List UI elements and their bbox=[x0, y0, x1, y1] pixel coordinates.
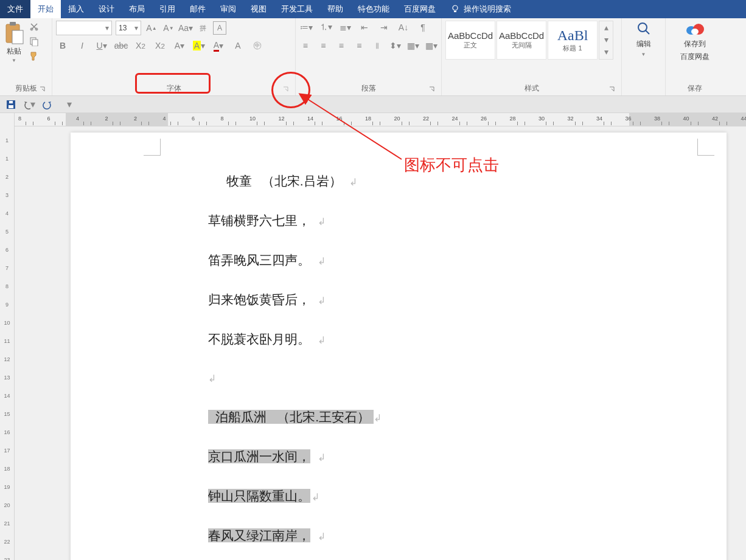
horizontal-ruler: 8642246810121416182022242628303234363840… bbox=[15, 113, 746, 126]
char-shading-button[interactable]: A bbox=[231, 39, 245, 52]
styles-scroll-down[interactable]: ▾ bbox=[599, 33, 613, 46]
menu-special[interactable]: 特色功能 bbox=[350, 0, 397, 18]
svg-point-8 bbox=[638, 23, 647, 32]
format-painter-button[interactable] bbox=[28, 50, 40, 62]
italic-button[interactable]: I bbox=[75, 39, 89, 52]
enclose-char-button[interactable]: ㊥ bbox=[251, 39, 264, 52]
paste-button[interactable]: 粘贴 ▼ bbox=[4, 21, 24, 63]
style-no-spacing[interactable]: AaBbCcDd无间隔 bbox=[497, 21, 546, 60]
menu-dev[interactable]: 开发工具 bbox=[274, 0, 320, 18]
font-size-combo[interactable]: 13▾ bbox=[116, 21, 141, 35]
search-icon bbox=[636, 21, 652, 36]
align-right-button[interactable]: ≡ bbox=[335, 39, 347, 52]
ribbon: 粘贴 ▼ 剪贴板 ▾ 13▾ A▲ A▼ Aa▾ 拼 A bbox=[0, 18, 746, 96]
menu-references[interactable]: 引用 bbox=[152, 0, 183, 18]
annotation-rect bbox=[135, 73, 211, 94]
qat-customize-button[interactable]: ▾ bbox=[63, 99, 75, 111]
numbering-button[interactable]: ⒈▾ bbox=[319, 21, 332, 34]
show-marks-button[interactable]: ¶ bbox=[416, 21, 430, 34]
svg-rect-14 bbox=[9, 101, 13, 103]
cut-button[interactable] bbox=[28, 21, 40, 33]
borders-button[interactable]: ▦▾ bbox=[425, 39, 437, 52]
svg-rect-2 bbox=[10, 22, 16, 26]
line-spacing-button[interactable]: ⬍▾ bbox=[389, 39, 402, 52]
phonetic-guide-button[interactable]: 拼 bbox=[196, 21, 209, 35]
svg-point-11 bbox=[691, 29, 699, 35]
baidu-cloud-icon bbox=[685, 21, 705, 36]
bold-button[interactable]: B bbox=[56, 39, 69, 52]
poem1-line4: 不脱蓑衣卧月明。↲ bbox=[208, 327, 589, 352]
distribute-button[interactable]: ⫴ bbox=[371, 39, 383, 52]
inc-indent-button[interactable]: ⇥ bbox=[377, 21, 391, 34]
menu-mail[interactable]: 邮件 bbox=[183, 0, 213, 18]
vertical-ruler: 11234567891011121314151617181920212223 bbox=[0, 113, 15, 560]
shading-button[interactable]: ▦▾ bbox=[407, 39, 419, 52]
find-button[interactable]: 编辑▼ bbox=[626, 21, 661, 57]
char-border-button[interactable]: A bbox=[213, 21, 226, 35]
group-edit: 编辑▼ bbox=[622, 18, 666, 95]
qat-save-button[interactable] bbox=[5, 99, 17, 111]
shrink-font-button[interactable]: A▼ bbox=[162, 21, 175, 35]
menu-layout[interactable]: 布局 bbox=[122, 0, 152, 18]
undo-icon bbox=[23, 100, 30, 109]
style-heading1[interactable]: AaBl标题 1 bbox=[548, 21, 598, 60]
menu-baidu[interactable]: 百度网盘 bbox=[397, 0, 443, 18]
copy-icon bbox=[29, 36, 39, 46]
underline-button[interactable]: U▾ bbox=[95, 39, 108, 52]
qat-undo-button[interactable]: ▾ bbox=[23, 99, 35, 111]
styles-launcher[interactable] bbox=[608, 85, 616, 94]
superscript-button[interactable]: X2 bbox=[153, 39, 167, 52]
menu-view[interactable]: 视图 bbox=[243, 0, 274, 18]
grow-font-button[interactable]: A▲ bbox=[145, 21, 158, 35]
paste-label: 粘贴 bbox=[7, 46, 21, 57]
bullets-button[interactable]: ≔▾ bbox=[299, 21, 313, 34]
poem1-line2: 笛弄晚风三四声。↲ bbox=[208, 248, 589, 273]
text-effects-button[interactable]: A▾ bbox=[173, 39, 186, 52]
quick-access-toolbar: ▾ ▾ bbox=[0, 96, 746, 113]
align-left-button[interactable]: ≡ bbox=[299, 39, 312, 52]
highlight-button[interactable]: A▾ bbox=[192, 39, 206, 52]
copy-button[interactable] bbox=[28, 35, 40, 47]
poem1-title: 牧童 （北宋.吕岩）↲ bbox=[208, 169, 589, 194]
menu-review[interactable]: 审阅 bbox=[213, 0, 243, 18]
menu-file[interactable]: 文件 bbox=[0, 0, 30, 18]
page[interactable]: 牧童 （北宋.吕岩）↲ 草铺横野六七里，↲ 笛弄晚风三四声。↲ 归来饱饭黄昏后，… bbox=[71, 133, 727, 560]
brush-icon bbox=[29, 51, 39, 61]
subscript-button[interactable]: X2 bbox=[134, 39, 147, 52]
document-area: 8642246810121416182022242628303234363840… bbox=[15, 113, 746, 560]
svg-rect-13 bbox=[9, 105, 13, 108]
sort-button[interactable]: A↓ bbox=[397, 21, 410, 34]
justify-button[interactable]: ≡ bbox=[354, 39, 366, 52]
font-color-button[interactable]: A▾ bbox=[212, 39, 225, 52]
svg-rect-3 bbox=[12, 30, 23, 44]
paragraph-launcher[interactable] bbox=[428, 85, 436, 94]
dec-indent-button[interactable]: ⇤ bbox=[358, 21, 371, 34]
menu-design[interactable]: 设计 bbox=[91, 0, 122, 18]
strikethrough-button[interactable]: abc bbox=[114, 39, 128, 52]
styles-expand[interactable]: ▾ bbox=[599, 46, 613, 58]
empty-line: ↲ bbox=[208, 366, 589, 390]
styles-group-label: 样式 bbox=[445, 81, 618, 95]
edit-group-label bbox=[626, 92, 661, 95]
poem1-line3: 归来饱饭黄昏后，↲ bbox=[208, 288, 589, 313]
svg-point-0 bbox=[453, 5, 458, 10]
styles-scroll-up[interactable]: ▴ bbox=[599, 21, 613, 33]
group-styles: AaBbCcDd正文 AaBbCcDd无间隔 AaBl标题 1 ▴ ▾ ▾ 样式 bbox=[442, 18, 622, 95]
annotation-circle bbox=[271, 72, 310, 108]
menu-insert[interactable]: 插入 bbox=[61, 0, 91, 18]
save-baidu-button[interactable]: 保存到百度网盘 bbox=[669, 21, 720, 62]
menu-home[interactable]: 开始 bbox=[30, 0, 61, 18]
style-normal[interactable]: AaBbCcDd正文 bbox=[445, 21, 495, 60]
align-center-button[interactable]: ≡ bbox=[318, 39, 330, 52]
menu-bar: 文件 开始 插入 设计 布局 引用 邮件 审阅 视图 开发工具 帮助 特色功能 … bbox=[0, 0, 746, 18]
change-case-button[interactable]: Aa▾ bbox=[179, 21, 192, 35]
multilevel-button[interactable]: ≣▾ bbox=[338, 21, 352, 34]
poem1-line1: 草铺横野六七里，↲ bbox=[208, 209, 589, 233]
group-save: 保存到百度网盘 保存 bbox=[666, 18, 724, 95]
poem2-line3: 春风又绿江南岸，↲ bbox=[208, 524, 589, 548]
qat-redo-button[interactable] bbox=[41, 99, 54, 111]
clipboard-launcher[interactable] bbox=[38, 85, 47, 94]
font-family-combo[interactable]: ▾ bbox=[56, 21, 112, 35]
menu-help[interactable]: 帮助 bbox=[320, 0, 350, 18]
tell-me-search[interactable]: 操作说明搜索 bbox=[450, 0, 511, 18]
